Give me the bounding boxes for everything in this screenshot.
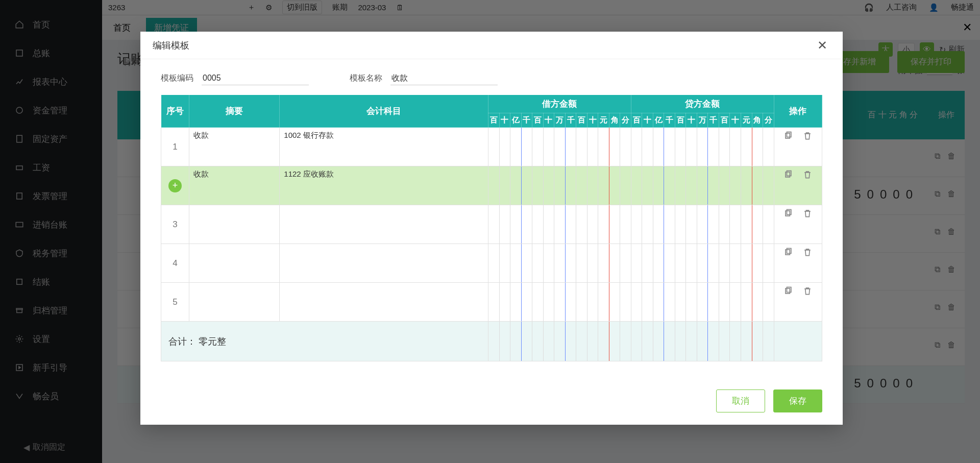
col-actions: 操作 (774, 95, 822, 128)
col-summary: 摘要 (189, 95, 279, 128)
svg-rect-13 (786, 211, 790, 216)
row-summary[interactable] (189, 283, 279, 322)
row-account[interactable] (280, 244, 488, 283)
digit-header: 分 (620, 113, 631, 128)
ledger-table: 序号 摘要 会计科目 借方金额 贷方金额 操作 百十亿千百十万千百十元角分百十亿… (161, 94, 822, 361)
credit-cell[interactable] (631, 205, 774, 244)
digit-header: 千 (565, 113, 576, 128)
svg-rect-16 (787, 249, 791, 254)
close-icon[interactable]: ✕ (814, 37, 830, 54)
row-seq: 4 (161, 244, 189, 283)
modal-footer: 取消 保存 (140, 380, 843, 425)
cancel-button[interactable]: 取消 (716, 389, 765, 412)
delete-icon[interactable] (802, 169, 813, 181)
debit-cell[interactable] (488, 128, 631, 166)
debit-cell[interactable] (488, 244, 631, 283)
credit-cell[interactable] (631, 283, 774, 322)
total-label: 合计： 零元整 (161, 322, 488, 361)
col-credit: 贷方金额 (631, 95, 774, 113)
edit-template-modal: 编辑模板 ✕ 模板编码 模板名称 序号 摘要 会计科目 借方金额 贷方金额 操作… (140, 32, 843, 425)
modal-header: 编辑模板 ✕ (140, 32, 843, 59)
col-seq: 序号 (161, 95, 189, 128)
svg-rect-9 (786, 133, 790, 138)
digit-header: 千 (708, 113, 719, 128)
copy-icon[interactable] (783, 247, 793, 259)
copy-icon[interactable] (783, 131, 793, 142)
digit-header: 百 (532, 113, 544, 128)
digit-header: 元 (741, 113, 752, 128)
digit-header: 亿 (653, 113, 664, 128)
svg-rect-11 (786, 172, 790, 177)
ledger-row[interactable]: +收款1122 应收账款 (161, 166, 822, 205)
save-button[interactable]: 保存 (773, 389, 822, 412)
digit-header: 百 (631, 113, 642, 128)
digit-header: 千 (664, 113, 675, 128)
template-name-input[interactable] (390, 71, 498, 85)
digit-header: 元 (598, 113, 609, 128)
template-name-label: 模板名称 (350, 73, 382, 84)
digit-header: 百 (576, 113, 587, 128)
svg-rect-17 (786, 288, 790, 294)
ledger-row[interactable]: 5 (161, 283, 822, 322)
digit-header: 十 (499, 113, 510, 128)
digit-header: 角 (609, 113, 620, 128)
digit-header: 十 (642, 113, 653, 128)
add-row-button[interactable]: + (168, 179, 182, 192)
row-summary[interactable]: 收款 (189, 166, 279, 205)
delete-icon[interactable] (802, 208, 813, 220)
row-summary[interactable]: 收款 (189, 128, 279, 166)
copy-icon[interactable] (783, 286, 793, 298)
debit-cell[interactable] (488, 283, 631, 322)
row-account[interactable]: 1002 银行存款 (280, 128, 488, 166)
digit-header: 十 (730, 113, 741, 128)
row-actions (774, 166, 822, 205)
copy-icon[interactable] (783, 169, 793, 181)
template-code-label: 模板编码 (161, 73, 193, 84)
ledger-row[interactable]: 3 (161, 205, 822, 244)
row-account[interactable]: 1122 应收账款 (280, 166, 488, 205)
col-account: 会计科目 (280, 95, 488, 128)
credit-cell[interactable] (631, 244, 774, 283)
delete-icon[interactable] (802, 131, 813, 142)
row-actions (774, 244, 822, 283)
row-seq: + (161, 166, 189, 205)
total-debit (488, 322, 631, 361)
delete-icon[interactable] (802, 286, 813, 298)
digit-header: 万 (697, 113, 708, 128)
ledger-total-row: 合计： 零元整 (161, 322, 822, 361)
digit-header: 角 (752, 113, 763, 128)
modal-title: 编辑模板 (153, 39, 189, 52)
svg-rect-12 (787, 171, 791, 176)
digit-header: 百 (488, 113, 500, 128)
digit-header: 千 (521, 113, 532, 128)
copy-icon[interactable] (783, 208, 793, 220)
row-summary[interactable] (189, 205, 279, 244)
template-code-input[interactable] (202, 71, 309, 85)
digit-header: 亿 (510, 113, 522, 128)
digit-header: 十 (543, 113, 554, 128)
debit-cell[interactable] (488, 166, 631, 205)
delete-icon[interactable] (802, 247, 813, 259)
debit-cell[interactable] (488, 205, 631, 244)
credit-cell[interactable] (631, 128, 774, 166)
digit-header: 百 (719, 113, 730, 128)
row-actions (774, 128, 822, 166)
credit-cell[interactable] (631, 166, 774, 205)
row-account[interactable] (280, 205, 488, 244)
svg-rect-15 (786, 250, 790, 255)
total-credit (631, 322, 774, 361)
row-summary[interactable] (189, 244, 279, 283)
row-seq: 3 (161, 205, 189, 244)
col-debit: 借方金额 (488, 95, 631, 113)
row-seq: 5 (161, 283, 189, 322)
row-seq: 1 (161, 128, 189, 166)
digit-header: 分 (763, 113, 774, 128)
row-actions (774, 283, 822, 322)
row-account[interactable] (280, 283, 488, 322)
ledger-row[interactable]: 4 (161, 244, 822, 283)
svg-rect-10 (787, 132, 791, 137)
ledger-row[interactable]: 1收款1002 银行存款 (161, 128, 822, 166)
digit-header: 万 (554, 113, 566, 128)
row-actions (774, 205, 822, 244)
digit-header: 十 (587, 113, 598, 128)
